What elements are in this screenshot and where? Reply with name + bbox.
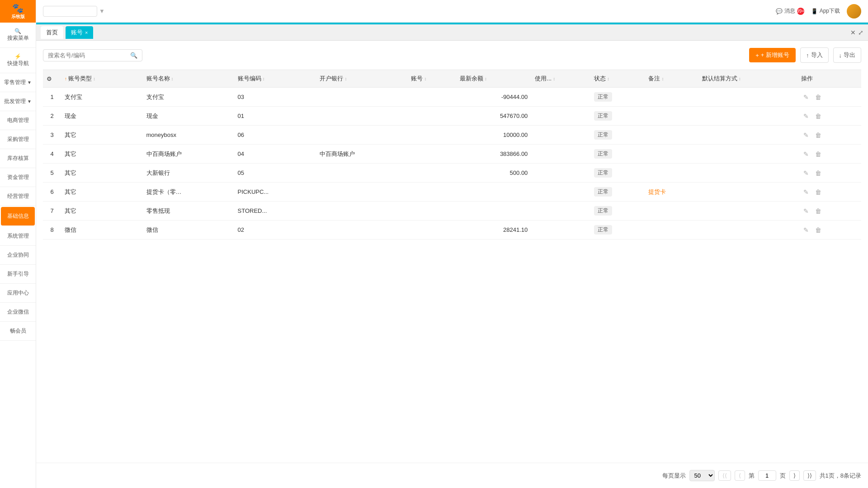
sidebar-item-enterprise-agreement[interactable]: 企业协同 <box>0 246 36 265</box>
account-code-cell: 04 <box>234 145 316 164</box>
th-remark[interactable]: 备注 ↕ <box>645 70 698 88</box>
sidebar-item-finance-mgmt[interactable]: 资金管理 <box>0 168 36 187</box>
header-dropdown-arrow[interactable]: ▼ <box>99 8 105 14</box>
add-account-button[interactable]: + + 新增账号 <box>749 48 796 62</box>
tab-close-button[interactable]: ✕ <box>850 29 856 36</box>
import-button[interactable]: ↑ 导入 <box>800 47 829 63</box>
delete-button[interactable]: 🗑 <box>813 112 824 121</box>
export-icon: ↓ <box>839 52 842 59</box>
edit-button[interactable]: ✎ <box>801 112 811 121</box>
default-settlement-cell <box>698 107 797 126</box>
edit-button[interactable]: ✎ <box>801 169 811 178</box>
status-cell: 正常 <box>590 202 645 221</box>
delete-button[interactable]: 🗑 <box>813 206 824 216</box>
account-code-cell: 01 <box>234 107 316 126</box>
page-number-input[interactable] <box>758 470 776 481</box>
account-code-cell: 05 <box>234 164 316 183</box>
th-bank[interactable]: 开户银行 ↕ <box>316 70 407 88</box>
default-settlement-cell <box>698 145 797 164</box>
tab-close-icon[interactable]: × <box>85 30 88 35</box>
chevron-down-icon: ▼ <box>27 99 32 104</box>
prev-page-button[interactable]: ⟨ <box>735 470 745 481</box>
actions-cell: ✎ 🗑 <box>797 164 861 183</box>
th-account-code[interactable]: 账号编码 ↕ <box>234 70 316 88</box>
per-page-select[interactable]: 50 20 100 <box>689 470 715 481</box>
status-badge: 正常 <box>594 130 612 140</box>
search-box[interactable]: 🔍 <box>43 49 142 61</box>
search-icon[interactable]: 🔍 <box>130 52 137 59</box>
notification-button[interactable]: 💬 消息 99+ <box>776 7 804 15</box>
table-row: 8 微信 微信 02 28241.10 正常 ✎ 🗑 <box>43 221 861 239</box>
sidebar-item-retail-mgmt[interactable]: 零售管理 ▼ <box>0 73 36 92</box>
delete-button[interactable]: 🗑 <box>813 150 824 159</box>
latest-balance-cell: 547670.00 <box>456 107 531 126</box>
edit-button[interactable]: ✎ <box>801 131 811 140</box>
sidebar-item-quick-nav[interactable]: ⚡ 快捷导航 <box>0 48 36 73</box>
sidebar-item-enterprise-wechat[interactable]: 企业微信 <box>0 303 36 322</box>
edit-button[interactable]: ✎ <box>801 93 811 102</box>
row-number: 3 <box>43 126 61 145</box>
sidebar-item-member[interactable]: 畅会员 <box>0 322 36 341</box>
app-download-button[interactable]: 📱 App下载 <box>811 7 840 15</box>
th-latest-balance[interactable]: 最新余额 ↕ <box>456 70 531 88</box>
remark-cell <box>645 107 698 126</box>
delete-button[interactable]: 🗑 <box>813 93 824 102</box>
avatar[interactable] <box>847 4 861 19</box>
account-name-cell: 提货卡（零… <box>143 183 234 202</box>
actions-cell: ✎ 🗑 <box>797 145 861 164</box>
th-status[interactable]: 状态 ↕ <box>590 70 645 88</box>
top-header: ▼ 💬 消息 99+ 📱 App下载 <box>36 0 868 23</box>
usage-cell <box>531 107 590 126</box>
sidebar-item-ecommerce-mgmt[interactable]: 电商管理 <box>0 111 36 130</box>
actions-cell: ✎ 🗑 <box>797 202 861 221</box>
sidebar-item-app-center[interactable]: 应用中心 <box>0 284 36 303</box>
sidebar-item-system-mgmt[interactable]: 系统管理 <box>0 227 36 246</box>
sidebar-item-search-menu[interactable]: 🔍 搜索菜单 <box>0 23 36 48</box>
edit-button[interactable]: ✎ <box>801 150 811 159</box>
header-search-input[interactable] <box>43 6 97 17</box>
sidebar-item-basic-info[interactable]: 基础信息 <box>1 207 35 226</box>
last-page-button[interactable]: ⟩⟩ <box>803 470 816 481</box>
edit-button[interactable]: ✎ <box>801 188 811 197</box>
delete-button[interactable]: 🗑 <box>813 131 824 140</box>
sidebar-item-wholesale-mgmt[interactable]: 批发管理 ▼ <box>0 92 36 111</box>
status-cell: 正常 <box>590 88 645 107</box>
edit-button[interactable]: ✎ <box>801 206 811 216</box>
sort-icon: ↕ <box>424 76 426 81</box>
search-input[interactable] <box>48 52 130 59</box>
th-account-no[interactable]: 账号 ↕ <box>407 70 456 88</box>
sidebar-item-new-guide[interactable]: 新手引导 <box>0 265 36 284</box>
settings-icon[interactable]: ⚙ <box>47 75 52 82</box>
th-default-settlement[interactable]: 默认结算方式 ↕ <box>698 70 797 88</box>
account-no-cell <box>407 88 456 107</box>
edit-button[interactable]: ✎ <box>801 225 811 235</box>
latest-balance-cell <box>456 202 531 221</box>
next-page-button[interactable]: ⟩ <box>789 470 800 481</box>
account-type-cell: 其它 <box>61 164 143 183</box>
remark-cell <box>645 202 698 221</box>
delete-button[interactable]: 🗑 <box>813 169 824 178</box>
sort-icon: ↕ <box>661 76 664 81</box>
delete-button[interactable]: 🗑 <box>813 188 824 197</box>
sidebar-item-purchase-mgmt[interactable]: 采购管理 <box>0 130 36 149</box>
sidebar-item-operations-mgmt[interactable]: 经营管理 <box>0 187 36 206</box>
app-download-icon: 📱 <box>811 8 818 14</box>
first-page-button[interactable]: ⟨⟨ <box>718 470 731 481</box>
tab-maximize-button[interactable]: ⤢ <box>858 29 863 36</box>
account-code-cell: 06 <box>234 126 316 145</box>
default-settlement-cell <box>698 183 797 202</box>
tab-home[interactable]: 首页 <box>41 26 63 39</box>
sort-icon: ↕ <box>171 76 174 81</box>
usage-cell <box>531 221 590 239</box>
th-account-type[interactable]: ↑ 账号类型 ↕ <box>61 70 143 88</box>
total-records: 共1页，8条记录 <box>820 472 861 480</box>
th-usage[interactable]: 使用... ↕ <box>531 70 590 88</box>
sidebar-item-inventory-calc[interactable]: 库存核算 <box>0 149 36 168</box>
th-account-name[interactable]: 账号名称 ↕ <box>143 70 234 88</box>
remark-cell <box>645 164 698 183</box>
tab-account[interactable]: 账号 × <box>66 26 93 39</box>
account-name-cell: moneybosx <box>143 126 234 145</box>
header-search: ▼ <box>43 6 105 17</box>
delete-button[interactable]: 🗑 <box>813 225 824 235</box>
export-button[interactable]: ↓ 导出 <box>833 47 862 63</box>
